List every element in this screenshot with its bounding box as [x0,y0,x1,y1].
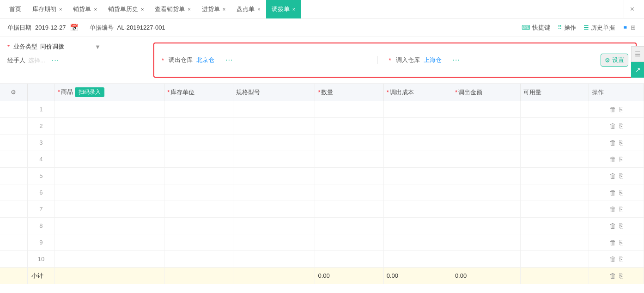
close-tab-sales[interactable]: × [94,6,97,12]
row-qty-cell[interactable] [315,218,383,234]
row-amount-cell[interactable] [452,151,520,168]
delete-row-icon[interactable]: 🗑 [609,105,616,113]
copy-row-icon[interactable]: ⎘ [619,139,623,146]
tab-stocktake[interactable]: 盘点单 × [231,0,266,18]
row-qty-cell[interactable] [315,201,383,218]
row-cost-cell[interactable] [383,168,452,184]
row-product-cell[interactable] [55,268,164,284]
row-product-cell[interactable] [55,101,164,118]
row-ops-icons: 🗑⎘ [592,122,641,130]
row-number-cell: 2 [27,118,55,134]
wh-out-ellipsis[interactable]: ··· [225,56,233,64]
copy-row-icon[interactable]: ⎘ [619,222,623,230]
copy-row-icon[interactable]: ⎘ [619,189,623,196]
row-amount-cell[interactable] [452,218,520,234]
row-amount-cell[interactable] [452,134,520,151]
close-tab-sales-history[interactable]: × [141,6,144,12]
delete-row-icon[interactable]: 🗑 [609,155,616,163]
tab-transfer[interactable]: 调拨单 × [266,0,301,18]
tab-view-sales[interactable]: 查看销货单 × [149,0,196,18]
tab-home[interactable]: 首页 [4,0,27,18]
copy-row-icon[interactable]: ⎘ [619,205,623,213]
row-amount-cell[interactable] [452,234,520,251]
history-action[interactable]: ☰ 历史单据 [583,24,615,32]
delete-row-icon[interactable]: 🗑 [609,238,616,246]
delete-row-icon[interactable]: 🗑 [609,172,616,180]
copy-row-icon[interactable]: ⎘ [619,238,623,246]
row-qty-cell[interactable] [315,101,383,118]
row-amount-cell[interactable]: 0.00 [452,268,520,284]
row-amount-cell[interactable] [452,101,520,118]
table-gear-icon[interactable]: ⚙ [11,89,16,96]
close-tab-inventory[interactable]: × [59,6,62,12]
copy-row-icon[interactable]: ⎘ [619,105,623,113]
row-cost-cell[interactable] [383,234,452,251]
row-qty-cell[interactable]: 0.00 [315,268,383,284]
tab-purchase[interactable]: 进货单 × [196,0,231,18]
row-amount-cell[interactable] [452,251,520,268]
calendar-icon[interactable]: 📅 [70,24,79,32]
row-qty-cell[interactable] [315,151,383,168]
right-panel-export-btn[interactable]: ↗ [631,62,644,78]
row-product-cell[interactable] [55,234,164,251]
delete-row-icon[interactable]: 🗑 [609,122,616,130]
row-cost-cell[interactable] [383,134,452,151]
right-panel-list-btn[interactable]: ☰ [631,46,644,62]
setting-button[interactable]: ⚙ 设置 [601,54,628,67]
delete-row-icon[interactable]: 🗑 [609,222,616,230]
row-product-cell[interactable] [55,151,164,168]
tab-sales-order[interactable]: 销货单 × [67,0,102,18]
row-product-cell[interactable] [55,251,164,268]
shortcut-action[interactable]: ⌨ 快捷键 [522,24,550,32]
row-cost-cell[interactable] [383,101,452,118]
close-tab-view-sales[interactable]: × [188,6,190,12]
row-product-cell[interactable] [55,218,164,234]
close-tab-transfer[interactable]: × [292,6,295,12]
close-tab-purchase[interactable]: × [223,6,225,12]
row-amount-cell[interactable] [452,118,520,134]
delete-row-icon[interactable]: 🗑 [609,272,616,280]
person-ellipsis[interactable]: ··· [52,56,59,65]
row-qty-cell[interactable] [315,168,383,184]
row-cost-cell[interactable] [383,201,452,218]
layout-grid-icon[interactable]: ⊞ [630,23,637,32]
row-cost-cell[interactable] [383,184,452,201]
row-product-cell[interactable] [55,118,164,134]
row-cost-cell[interactable] [383,251,452,268]
row-qty-cell[interactable] [315,134,383,151]
row-product-cell[interactable] [55,184,164,201]
row-qty-cell[interactable] [315,184,383,201]
delete-row-icon[interactable]: 🗑 [609,255,616,263]
delete-row-icon[interactable]: 🗑 [609,139,616,146]
business-type-dropdown[interactable]: ▼ [95,43,101,50]
operation-action[interactable]: ⠿ 操作 [558,24,576,32]
wh-in-ellipsis[interactable]: ··· [453,56,460,64]
tab-inventory-init[interactable]: 库存期初 × [27,0,67,18]
delete-row-icon[interactable]: 🗑 [609,205,616,213]
delete-row-icon[interactable]: 🗑 [609,189,616,196]
tab-sales-history[interactable]: 销货单历史 × [103,0,149,18]
close-all-tabs[interactable]: × [624,0,640,18]
row-cost-cell[interactable] [383,151,452,168]
copy-row-icon[interactable]: ⎘ [619,255,623,263]
row-qty-cell[interactable] [315,251,383,268]
row-cost-cell[interactable] [383,218,452,234]
person-select[interactable]: 选择... [28,56,45,65]
row-amount-cell[interactable] [452,184,520,201]
row-qty-cell[interactable] [315,118,383,134]
row-product-cell[interactable] [55,168,164,184]
copy-row-icon[interactable]: ⎘ [619,272,623,280]
copy-row-icon[interactable]: ⎘ [619,155,623,163]
row-amount-cell[interactable] [452,168,520,184]
row-amount-cell[interactable] [452,201,520,218]
row-cost-cell[interactable] [383,118,452,134]
row-qty-cell[interactable] [315,234,383,251]
row-product-cell[interactable] [55,134,164,151]
copy-row-icon[interactable]: ⎘ [619,122,623,130]
row-product-cell[interactable] [55,201,164,218]
close-tab-stocktake[interactable]: × [257,6,260,12]
row-cost-cell[interactable]: 0.00 [383,268,452,284]
copy-row-icon[interactable]: ⎘ [619,172,623,180]
scan-entry-button[interactable]: 扫码录入 [75,87,104,97]
layout-list-icon[interactable]: ≡ [622,23,628,32]
